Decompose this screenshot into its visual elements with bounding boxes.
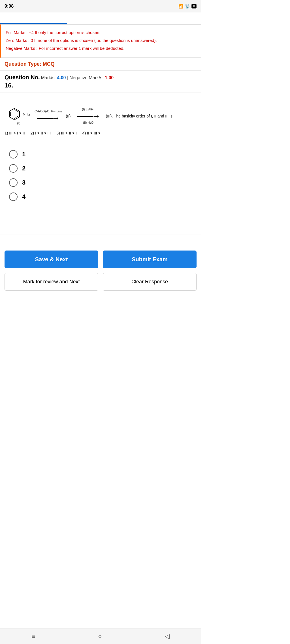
menu-icon[interactable]: ≡ — [31, 633, 35, 640]
reaction-row: NH₂ (I) (CH₃CO)₂O, Pyridine ——→ (II) (I)… — [7, 107, 197, 125]
clear-response-button[interactable]: Clear Response — [103, 273, 197, 291]
radio-circle-2[interactable] — [9, 164, 18, 173]
reagent1a: (CH₃CO)₂O, Pyridine — [33, 110, 62, 113]
radio-circle-1[interactable] — [9, 150, 18, 159]
question-type-label: Question Type: MCQ — [5, 61, 55, 67]
negative-label: | Negative Mark/s: — [67, 75, 104, 80]
radio-option-3[interactable]: 3 — [9, 178, 192, 187]
radio-label-3: 3 — [22, 179, 25, 186]
marking-scheme: Full Marks : +4 If only the correct opti… — [0, 24, 201, 58]
radio-label-2: 2 — [22, 165, 25, 172]
compound-III-desc: (III). The basicity order of I, II and I… — [106, 114, 172, 118]
radio-label-1: 1 — [22, 151, 25, 158]
radio-option-2[interactable]: 2 — [9, 164, 192, 173]
question-type-section: Question Type: MCQ — [0, 58, 201, 71]
question-no-label: Question No. — [5, 74, 40, 81]
question-content: NH₂ (I) (CH₃CO)₂O, Pyridine ——→ (II) (I)… — [0, 93, 201, 234]
mark-for-review-button[interactable]: Mark for review and Next — [5, 273, 98, 291]
question-number: 16. — [5, 82, 197, 89]
reaction-diagram: NH₂ (I) (CH₃CO)₂O, Pyridine ——→ (II) (I)… — [7, 107, 197, 125]
mark-label: Mark/s: — [41, 75, 56, 80]
answer-options: 1 2 3 4 — [5, 139, 197, 212]
radio-label-4: 4 — [22, 193, 25, 200]
compound-III-label: (III). — [106, 114, 113, 118]
wifi-icon: 📶 — [178, 4, 183, 8]
marking-line3: Negative Marks : For incorrect answer 1 … — [6, 45, 196, 52]
option-text-1: 1) III > I > II — [5, 131, 25, 135]
question-marks: Mark/s: 4.00 | Negative Mark/s: 1.00 — [41, 75, 114, 80]
btn-row-1: Save & Next Submit Exam — [5, 251, 197, 268]
nh2-group: NH₂ — [23, 112, 30, 116]
status-bar: 9:08 📶 📡 8 — [0, 0, 201, 12]
radio-circle-3[interactable] — [9, 178, 18, 187]
options-row: 1) III > I > II 2) I > II > III 3) III >… — [5, 131, 197, 135]
roman-I-label: (I) — [17, 121, 20, 125]
reagent2b: (II) H₂O — [83, 121, 93, 125]
arrow-line-2: ——→ — [77, 111, 99, 121]
radio-option-4[interactable]: 4 — [9, 192, 192, 201]
svg-marker-0 — [9, 108, 20, 120]
option-text-3: 3) III > II > I — [56, 131, 77, 135]
option-text-2: 2) I > II > III — [31, 131, 51, 135]
reaction-arrow-2: (I) LiAlH₄ ——→ (II) H₂O — [74, 108, 102, 125]
mark-value: 4.00 — [57, 75, 66, 80]
marking-line1: Full Marks : +4 If only the correct opti… — [6, 29, 196, 36]
svg-line-1 — [14, 110, 18, 112]
back-icon[interactable]: ◁ — [165, 633, 170, 640]
bottom-section: Save & Next Submit Exam Mark for review … — [0, 246, 201, 295]
radio-option-1[interactable]: 1 — [9, 150, 192, 159]
status-time: 9:08 — [5, 4, 14, 9]
battery-indicator: 8 — [191, 4, 197, 8]
bottom-spacer — [0, 295, 201, 312]
negative-value: 1.00 — [105, 75, 114, 80]
tab-2[interactable] — [67, 12, 134, 24]
question-header: Question No. Mark/s: 4.00 | Negative Mar… — [0, 71, 201, 93]
submit-exam-button[interactable]: Submit Exam — [103, 251, 197, 268]
compound-II-label: (II) — [66, 114, 71, 118]
home-icon[interactable]: ○ — [98, 633, 102, 640]
status-icons: 📶 📡 8 — [178, 4, 197, 8]
basicity-description: The basicity order of I, II and III is — [114, 114, 172, 118]
option-text-4: 4) II > III > I — [82, 131, 103, 135]
radio-circle-4[interactable] — [9, 192, 18, 201]
nav-bar: ≡ ○ ◁ — [0, 628, 201, 644]
compound-II: (II) — [66, 114, 71, 118]
btn-row-2: Mark for review and Next Clear Response — [5, 273, 197, 291]
tab-3[interactable] — [134, 12, 201, 24]
reagent2a: (I) LiAlH₄ — [82, 108, 95, 111]
tab-1[interactable] — [0, 12, 67, 24]
save-next-button[interactable]: Save & Next — [5, 251, 98, 268]
marking-line2: Zero Marks : 0 If none of the options is… — [6, 37, 196, 44]
arrow-line-1: ——→ — [37, 113, 59, 123]
benzene-ring-svg — [7, 107, 22, 121]
compound-I: NH₂ (I) — [7, 107, 30, 125]
reaction-arrow-1: (CH₃CO)₂O, Pyridine ——→ — [33, 110, 62, 123]
tab-bar — [0, 12, 201, 24]
signal-icon: 📡 — [185, 4, 190, 8]
